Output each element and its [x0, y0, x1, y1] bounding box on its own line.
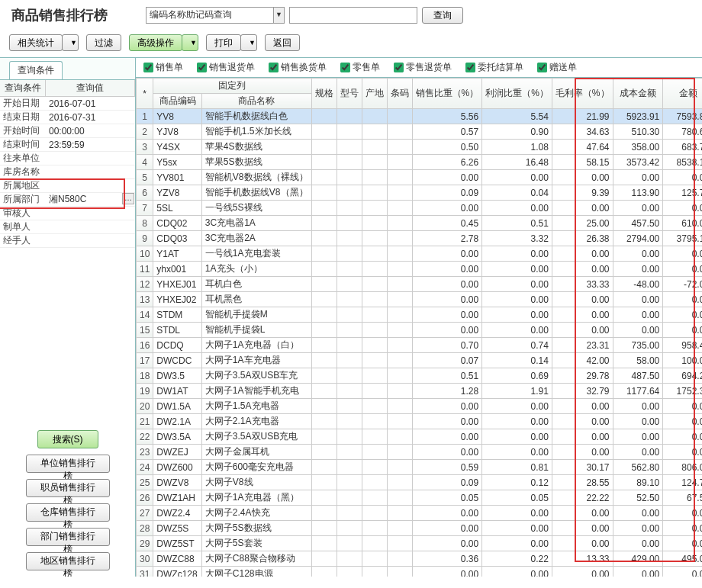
- param-row[interactable]: 结束日期2016-07-31: [0, 111, 135, 124]
- rank-by-unit-button[interactable]: 单位销售排行榜: [26, 455, 110, 473]
- table-row[interactable]: 26DWZ1AH大网子1A充电器（黑）0.050.0522.2252.5067.…: [137, 490, 703, 506]
- advanced-ops-button[interactable]: 高级操作: [129, 34, 182, 51]
- bill-type-checkbox[interactable]: 赠送单: [537, 61, 577, 74]
- table-row[interactable]: 3Y4SX苹果4S数据线0.501.0847.64358.00683.70: [137, 140, 703, 155]
- table-row[interactable]: 22DW3.5A大网子3.5A双USB充电0.000.000.000.000.0…: [137, 429, 703, 445]
- table-row[interactable]: 20DW1.5A大网子1.5A充电器0.000.000.000.000.00: [137, 399, 703, 414]
- bill-type-checkbox[interactable]: 委托结算单: [465, 61, 523, 74]
- param-row[interactable]: 开始时间00:00:00: [0, 124, 135, 138]
- param-row[interactable]: 所属部门湘N580C…: [0, 193, 135, 207]
- table-row[interactable]: 23DWZEJ大网子金属耳机0.000.000.000.000.00: [137, 445, 703, 460]
- checkbox-input[interactable]: [143, 63, 153, 72]
- tab-query-conditions[interactable]: 查询条件: [9, 61, 63, 79]
- bill-type-checkbox[interactable]: 零售单: [340, 61, 380, 74]
- table-row[interactable]: 16DCDQ大网子1A充电器（白）0.700.7423.31735.00958.…: [137, 338, 703, 353]
- checkbox-input[interactable]: [197, 63, 207, 72]
- param-row[interactable]: 经手人: [0, 234, 135, 248]
- table-row[interactable]: 15STDL智能机手提袋L0.000.000.000.000.00: [137, 323, 703, 338]
- table-row[interactable]: 25DWZV8大网子V8线0.090.1228.5589.10124.70: [137, 475, 703, 490]
- param-value[interactable]: 23:59:59: [46, 139, 135, 151]
- table-row[interactable]: 19DW1AT大网子1A智能手机充电1.281.9132.791177.6417…: [137, 384, 703, 399]
- param-value[interactable]: [46, 227, 135, 228]
- param-value[interactable]: [46, 213, 135, 214]
- col-model[interactable]: 型号: [337, 79, 362, 109]
- param-row[interactable]: 库房名称: [0, 165, 135, 179]
- checkbox-input[interactable]: [465, 63, 475, 72]
- col-name[interactable]: 商品名称: [201, 94, 311, 109]
- param-value[interactable]: 湘N580C…: [46, 192, 135, 207]
- table-row[interactable]: 6YZV8智能手机数据线V8（黑）0.090.049.39113.90125.7…: [137, 185, 703, 201]
- table-row[interactable]: 31DWZc128大网子C128电源0.000.000.000.000.00: [137, 567, 703, 577]
- table-row[interactable]: 1YV8智能手机数据线白色5.565.5421.995923.917593.80: [137, 109, 703, 124]
- param-value[interactable]: [46, 240, 135, 242]
- back-button[interactable]: 返回: [265, 34, 300, 51]
- filter-button[interactable]: 过滤: [86, 34, 121, 51]
- table-row[interactable]: 4Y5sx苹果5S数据线6.2616.4858.153573.428538.10: [137, 155, 703, 170]
- col-spec[interactable]: 规格: [311, 79, 337, 109]
- col-star[interactable]: *: [137, 79, 153, 109]
- col-cost[interactable]: 成本金额: [613, 79, 663, 109]
- param-row[interactable]: 制单人: [0, 220, 135, 234]
- search-input[interactable]: [289, 7, 417, 24]
- table-row[interactable]: 17DWCDC大网子1A车充电器0.070.1442.0058.00100.00: [137, 353, 703, 368]
- stats-button[interactable]: 相关统计: [9, 34, 63, 51]
- advanced-ops-dropdown-icon[interactable]: ▼: [182, 34, 198, 51]
- col-profit-ratio[interactable]: 利润比重（%）: [482, 79, 552, 109]
- table-row[interactable]: 8CDQ023C充电器1A0.450.5125.00457.50610.00: [137, 216, 703, 231]
- table-row[interactable]: 13YHXEJ02耳机黑色0.000.000.000.000.00: [137, 292, 703, 307]
- bill-type-checkbox[interactable]: 销售退货单: [197, 61, 255, 74]
- col-sale-ratio[interactable]: 销售比重（%）: [412, 79, 482, 109]
- table-row[interactable]: 30DWZC88大网子C88聚合物移动0.360.2213.33429.0049…: [137, 551, 703, 567]
- search-mode-select[interactable]: 编码名称助记码查询: [146, 7, 274, 24]
- col-origin[interactable]: 产地: [362, 79, 387, 109]
- checkbox-input[interactable]: [269, 63, 279, 72]
- param-row[interactable]: 往来单位: [0, 152, 135, 165]
- query-button[interactable]: 查询: [422, 7, 463, 24]
- search-button[interactable]: 搜索(S): [37, 430, 98, 448]
- col-amount[interactable]: 金额: [663, 79, 702, 109]
- lookup-button[interactable]: …: [122, 193, 134, 204]
- param-row[interactable]: 结束时间23:59:59: [0, 138, 135, 152]
- bill-type-checkbox[interactable]: 零售退货单: [394, 61, 452, 74]
- table-row[interactable]: 21DW2.1A大网子2.1A充电器0.000.000.000.000.00: [137, 414, 703, 429]
- param-value[interactable]: 2016-07-31: [46, 111, 135, 124]
- rank-by-warehouse-button[interactable]: 仓库销售排行榜: [26, 503, 110, 522]
- table-row[interactable]: 24DWZ600大网子600毫安充电器0.590.8130.17562.8080…: [137, 460, 703, 475]
- param-row[interactable]: 所属地区: [0, 179, 135, 193]
- table-row[interactable]: 12YHXEJ01耳机白色0.000.0033.33-48.00-72.00: [137, 277, 703, 292]
- param-value[interactable]: 00:00:00: [46, 125, 135, 137]
- print-dropdown-icon[interactable]: ▼: [240, 34, 257, 51]
- table-row[interactable]: 5YV801智能机V8数据线（裸线）0.000.000.000.000.00: [137, 170, 703, 185]
- table-row[interactable]: 2YJV8智能手机1.5米加长线0.570.9034.63510.30780.6…: [137, 124, 703, 140]
- rank-by-region-button[interactable]: 地区销售排行榜: [26, 552, 110, 570]
- table-row[interactable]: 75SL一号线5S裸线0.000.000.000.000.00: [137, 201, 703, 216]
- table-row[interactable]: 10Y1AT一号线1A充电套装0.000.000.000.000.00: [137, 246, 703, 262]
- checkbox-input[interactable]: [394, 63, 404, 72]
- param-value[interactable]: [46, 172, 135, 173]
- col-gross[interactable]: 毛利率（%）: [552, 79, 613, 109]
- data-grid[interactable]: * 固定列 规格 型号 产地 条码 销售比重（%） 利润比重（%） 毛利率（%）…: [136, 77, 702, 577]
- search-mode-dropdown-icon[interactable]: ▼: [274, 7, 285, 24]
- col-code[interactable]: 商品编码: [153, 94, 201, 109]
- table-row[interactable]: 11yhx0011A充头（小）0.000.000.000.000.00: [137, 262, 703, 277]
- table-row[interactable]: 29DWZ5ST大网子5S套装0.000.000.000.000.00: [137, 536, 703, 551]
- table-row[interactable]: 9CDQ033C充电器2A2.783.3226.382794.003795.10: [137, 231, 703, 246]
- stats-dropdown-icon[interactable]: ▼: [62, 34, 79, 51]
- checkbox-input[interactable]: [340, 63, 350, 72]
- param-value[interactable]: [46, 158, 135, 159]
- col-barcode[interactable]: 条码: [387, 79, 412, 109]
- rank-by-department-button[interactable]: 部门销售排行榜: [26, 528, 110, 546]
- param-value[interactable]: [46, 185, 135, 187]
- param-row[interactable]: 开始日期2016-07-01: [0, 97, 135, 111]
- table-row[interactable]: 18DW3.5大网子3.5A双USB车充0.510.6929.78487.506…: [137, 368, 703, 384]
- bill-type-checkbox[interactable]: 销售换货单: [269, 61, 327, 74]
- table-row[interactable]: 28DWZ5S大网子5S数据线0.000.000.000.000.00: [137, 521, 703, 536]
- rank-by-staff-button[interactable]: 职员销售排行榜: [26, 479, 110, 497]
- bill-type-checkbox[interactable]: 销售单: [143, 61, 183, 74]
- table-row[interactable]: 14STDM智能机手提袋M0.000.000.000.000.00: [137, 307, 703, 323]
- param-row[interactable]: 审核人: [0, 207, 135, 220]
- table-row[interactable]: 27DWZ2.4大网子2.4A快充0.000.000.000.000.00: [137, 506, 703, 521]
- print-button[interactable]: 打印: [206, 34, 241, 51]
- checkbox-input[interactable]: [537, 63, 547, 72]
- param-value[interactable]: 2016-07-01: [46, 98, 135, 110]
